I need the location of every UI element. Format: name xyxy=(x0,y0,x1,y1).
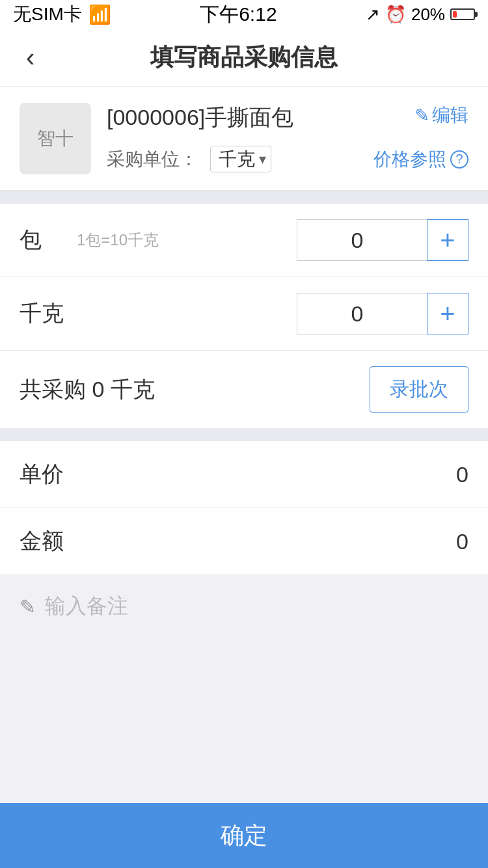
bag-label: 包 xyxy=(20,225,72,255)
wifi-icon: 📶 xyxy=(88,4,111,25)
kg-qty-wrapper: + xyxy=(297,293,468,334)
price-ref-label: 价格参照 xyxy=(373,147,446,172)
unit-price-value: 0 xyxy=(456,462,468,487)
product-thumbnail: 智十 xyxy=(20,103,91,174)
quantity-input-section: 包 1包=10千克 + 千克 + 共采购 0 千克 录批次 xyxy=(0,204,488,428)
edit-button[interactable]: ✎ 编辑 xyxy=(414,103,468,128)
summary-row: 共采购 0 千克 录批次 xyxy=(0,351,488,428)
kg-qty-input[interactable] xyxy=(297,293,427,334)
bag-qty-wrapper: + xyxy=(297,219,468,261)
confirm-button-label: 确定 xyxy=(221,820,267,852)
page-title: 填写商品采购信息 xyxy=(150,42,338,74)
amount-row: 金额 0 xyxy=(0,508,488,575)
kg-label: 千克 xyxy=(20,299,72,329)
bag-plus-button[interactable]: + xyxy=(427,219,468,261)
batch-button[interactable]: 录批次 xyxy=(370,366,468,413)
status-right: ↗ ⏰ 20% xyxy=(366,5,475,25)
bag-input-row: 包 1包=10千克 + xyxy=(0,204,488,277)
kg-plus-button[interactable]: + xyxy=(427,293,468,334)
unit-select[interactable]: 千克 xyxy=(210,146,271,172)
status-left: 无SIM卡 📶 xyxy=(13,2,111,27)
bag-sub-label: 1包=10千克 xyxy=(77,230,159,251)
section-divider-1 xyxy=(0,191,488,204)
location-icon: ↗ xyxy=(366,5,380,25)
unit-label: 采购单位： xyxy=(107,149,198,169)
battery-icon xyxy=(450,8,475,20)
kg-input-row: 千克 + xyxy=(0,277,488,351)
unit-select-wrapper[interactable]: 千克 xyxy=(204,146,271,172)
product-info: [0000006]手撕面包 ✎ 编辑 采购单位： 千克 价格参照 ? xyxy=(107,103,468,172)
product-name-row: [0000006]手撕面包 ✎ 编辑 xyxy=(107,103,468,133)
summary-text: 共采购 0 千克 xyxy=(20,375,370,405)
amount-value: 0 xyxy=(456,529,468,554)
status-time: 下午6:12 xyxy=(200,1,277,28)
remark-section[interactable]: ✎ 输入备注 xyxy=(0,575,488,638)
help-icon: ? xyxy=(450,150,468,169)
amount-label: 金额 xyxy=(20,526,456,556)
confirm-bar[interactable]: 确定 xyxy=(0,803,488,868)
summary-qty: 0 xyxy=(92,377,104,401)
unit-price-label: 单价 xyxy=(20,459,456,489)
carrier-text: 无SIM卡 xyxy=(13,2,82,27)
alarm-icon: ⏰ xyxy=(385,5,406,25)
price-ref-button[interactable]: 价格参照 ? xyxy=(373,147,468,172)
product-card: 智十 [0000006]手撕面包 ✎ 编辑 采购单位： 千克 价格参照 ? xyxy=(0,87,488,191)
price-section: 单价 0 金额 0 xyxy=(0,441,488,575)
nav-bar: ‹ 填写商品采购信息 xyxy=(0,29,488,87)
unit-row: 采购单位： 千克 价格参照 ? xyxy=(107,146,468,172)
unit-price-row: 单价 0 xyxy=(0,441,488,508)
remark-icon: ✎ xyxy=(20,595,36,618)
bag-qty-input[interactable] xyxy=(297,219,427,261)
status-bar: 无SIM卡 📶 下午6:12 ↗ ⏰ 20% xyxy=(0,0,488,29)
battery-percent: 20% xyxy=(411,5,445,25)
unit-label-area: 采购单位： 千克 xyxy=(107,146,271,172)
remark-placeholder: 输入备注 xyxy=(45,592,128,621)
section-divider-2 xyxy=(0,428,488,441)
edit-icon: ✎ xyxy=(414,105,429,126)
product-name: [0000006]手撕面包 xyxy=(107,103,293,133)
back-button[interactable]: ‹ xyxy=(20,36,41,79)
